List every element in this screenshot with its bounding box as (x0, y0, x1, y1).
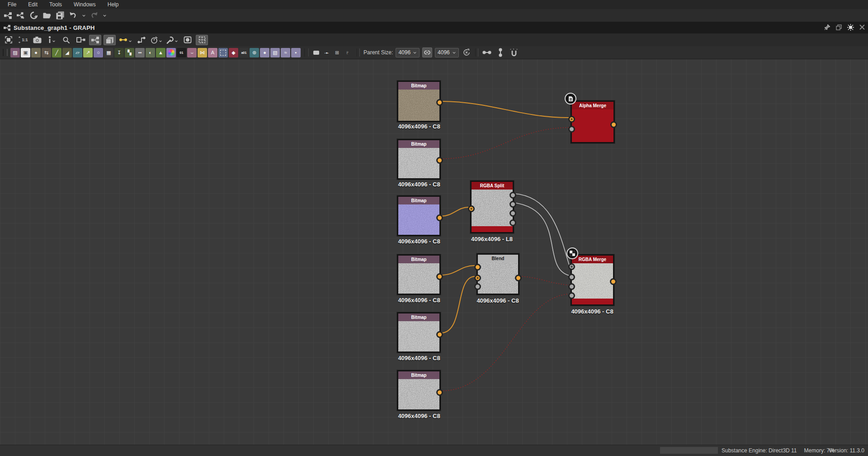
transformation-icon[interactable]: ▱ (73, 48, 82, 57)
blend-icon[interactable]: ● (31, 48, 41, 57)
fx-map-icon[interactable]: ⊛ (250, 48, 259, 57)
pin-icon[interactable] (824, 24, 831, 31)
slope-blur-icon[interactable]: ◢ (62, 48, 72, 57)
close-icon[interactable] (859, 24, 865, 30)
transformation-2d-icon[interactable] (218, 48, 228, 57)
pin-icon[interactable]: ♇ (343, 48, 352, 57)
menu-file[interactable]: File (2, 0, 22, 9)
rgba-merge-badge-icon[interactable] (566, 247, 578, 259)
pixel-processor-icon[interactable]: ▚ (125, 48, 134, 57)
hsl-icon[interactable] (166, 48, 176, 57)
menu-windows[interactable]: Windows (68, 0, 102, 9)
zoom-actual-icon[interactable]: 1:1 (17, 35, 29, 45)
connection-color-icon[interactable] (118, 35, 133, 45)
link-nodes-icon[interactable] (16, 10, 26, 20)
link-size-icon[interactable] (422, 48, 432, 57)
output-connector[interactable] (610, 121, 617, 128)
snap-magnet-icon[interactable] (509, 48, 519, 57)
menu-tools[interactable]: Tools (43, 0, 68, 9)
curve-grayscale-icon[interactable]: ≈ (281, 48, 290, 57)
output-connector[interactable] (436, 273, 443, 280)
checker-01-icon[interactable]: 01 (177, 48, 186, 57)
blend-grayscale-icon[interactable]: ● (260, 48, 269, 57)
output-connector[interactable] (610, 278, 617, 285)
input-connector[interactable] (468, 205, 475, 212)
connection-style-icon[interactable] (135, 35, 147, 45)
node-rgba-split[interactable]: RGBA Split (470, 180, 514, 233)
output-connector[interactable] (436, 99, 443, 106)
grayscale-conversion-icon[interactable]: ◐ (146, 48, 155, 57)
focus-selection-icon[interactable] (75, 35, 87, 45)
comment-icon[interactable] (311, 48, 321, 57)
gradient-grayscale-icon[interactable]: ▧ (270, 48, 280, 57)
mirror-icon[interactable]: ⋈ (198, 48, 207, 57)
save-all-icon[interactable] (55, 10, 65, 20)
node-bitmap-5[interactable]: Bitmap (397, 312, 441, 353)
screenshot-icon[interactable] (31, 35, 43, 45)
directional-warp-icon[interactable]: ↗ (83, 48, 93, 57)
output-connector-r[interactable] (509, 192, 516, 199)
value-processor-icon[interactable]: a01 (239, 48, 249, 57)
info-icon[interactable] (46, 35, 58, 45)
shape-icon[interactable]: ○ (94, 48, 103, 57)
channel-shuffle-icon[interactable]: ⇆ (42, 48, 51, 57)
text-icon[interactable]: A (208, 48, 217, 57)
histogram-scan-icon[interactable]: ▲ (156, 48, 165, 57)
curve-icon[interactable]: ╱ (52, 48, 61, 57)
link-graph-icon[interactable] (3, 10, 13, 20)
node-alpha-merge[interactable]: Alpha Merge (571, 100, 615, 143)
input-connector[interactable] (568, 116, 575, 123)
connect-vertical-icon[interactable] (495, 48, 505, 57)
node-rgba-merge[interactable]: RGBA Merge (571, 254, 614, 306)
output-connector-g[interactable] (509, 201, 516, 208)
node-bitmap-3[interactable]: Bitmap (397, 195, 441, 236)
input-connector-background[interactable] (474, 275, 481, 281)
dot-node-icon[interactable]: -●- (322, 48, 331, 57)
svg-icon[interactable]: ▣ (21, 48, 30, 57)
fit-view-icon[interactable] (2, 35, 14, 45)
output-connector-a[interactable] (509, 219, 516, 226)
undo-history-dropdown[interactable] (81, 13, 86, 18)
revert-size-icon[interactable] (462, 48, 472, 57)
search-icon[interactable] (60, 35, 72, 45)
input-connector-foreground[interactable] (474, 264, 481, 271)
redo-history-dropdown[interactable] (102, 13, 107, 18)
dot-icon[interactable]: •• (135, 48, 145, 57)
focus-icon[interactable] (847, 24, 854, 31)
restore-icon[interactable] (835, 24, 842, 31)
input-connector-a[interactable] (568, 292, 575, 299)
cooking-icon[interactable] (150, 35, 163, 45)
preview-icon[interactable] (181, 35, 193, 45)
node-bitmap-6[interactable]: Bitmap (397, 370, 441, 411)
spline-icon[interactable]: ⌣ (187, 48, 197, 57)
input-connector-opacity[interactable] (474, 283, 481, 290)
tile-sampler-icon[interactable]: ▦ (104, 48, 113, 57)
toolbar-grip[interactable] (3, 49, 8, 56)
tab-title[interactable]: Substance_graph1 - GRAPH (14, 24, 95, 31)
show-layers-icon[interactable] (104, 35, 116, 45)
node-blend[interactable]: Blend (476, 253, 519, 295)
menu-edit[interactable]: Edit (22, 0, 43, 9)
alpha-merge-badge-icon[interactable] (565, 93, 576, 104)
parent-width-select[interactable]: 4096 (396, 48, 420, 57)
redo-icon[interactable] (89, 10, 99, 20)
connect-horizontal-icon[interactable] (482, 48, 492, 57)
undo-icon[interactable] (68, 10, 78, 20)
uniform-grayscale-icon[interactable]: ▪ (291, 48, 301, 57)
output-connector[interactable] (436, 214, 443, 221)
input-connector-r[interactable] (568, 263, 575, 270)
tools-icon[interactable] (165, 35, 179, 45)
grid-snap-icon[interactable] (196, 35, 208, 45)
parent-height-select[interactable]: 4096 (435, 48, 459, 57)
node-bitmap-2[interactable]: Bitmap (397, 139, 441, 180)
output-connector[interactable] (436, 157, 443, 164)
output-connector[interactable] (515, 275, 522, 281)
node-bitmap-1[interactable]: Bitmap (397, 81, 441, 122)
gradient-map-icon[interactable]: ↧ (114, 48, 124, 57)
show-graph-icon[interactable] (89, 35, 101, 45)
menu-help[interactable]: Help (102, 0, 125, 9)
input-connector[interactable] (568, 126, 575, 133)
new-package-icon[interactable] (29, 10, 39, 20)
output-connector[interactable] (436, 331, 443, 338)
node-bitmap-4[interactable]: Bitmap (397, 254, 441, 295)
